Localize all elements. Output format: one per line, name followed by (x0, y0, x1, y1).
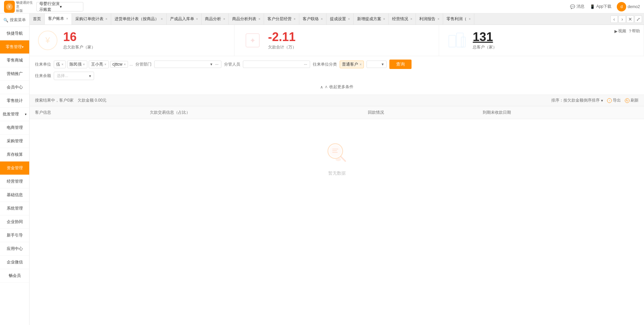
message-button[interactable]: 💬 消息 (570, 4, 585, 9)
person-filter-select[interactable]: ··· (243, 61, 310, 68)
tab-close-contact[interactable]: × (321, 17, 323, 21)
dept-filter-select[interactable]: ▾ ··· (154, 61, 221, 68)
app-label: App下载 (596, 4, 611, 9)
user-menu[interactable]: d demo2 (617, 2, 640, 11)
collapse-button[interactable]: ∧ ∧ 收起更多条件 (35, 83, 639, 91)
remove-tag-wu[interactable]: × (61, 63, 63, 66)
sidebar: 🔍 搜索菜单 快捷导航 零售管理 ▾ 零售商城 营销推广 会员中心 零售统计 批… (0, 13, 30, 325)
tab-close-ops[interactable]: × (410, 17, 412, 21)
tab-product-analysis-list[interactable]: 商品分析列表 × (229, 13, 264, 25)
tab-close-tiered[interactable]: × (294, 17, 296, 21)
svg-text:✦: ✦ (250, 36, 256, 45)
tab-close-inbound[interactable]: × (161, 17, 163, 21)
tab-close-boost[interactable]: × (348, 17, 350, 21)
search-menu-button[interactable]: 🔍 搜索菜单 (0, 13, 29, 27)
refresh-button[interactable]: ↻ 刷新 (625, 98, 639, 103)
tab-purchase-order-stats[interactable]: 采购订单统计表 × (72, 13, 111, 25)
tabs-scroll-left[interactable]: ‹ (610, 15, 618, 23)
tabs-close-all[interactable]: ✕ (627, 15, 634, 23)
sidebar-item-retail-mgmt[interactable]: 零售管理 ▾ (0, 40, 29, 54)
balance-filter-select[interactable]: 选择... ▾ (54, 72, 94, 80)
sidebar-item-quick-nav[interactable]: 快捷导航 (0, 27, 29, 40)
tab-new-boost[interactable]: 新增提成方案 × (354, 13, 389, 25)
sidebar-item-basic-info[interactable]: 基础信息 (0, 188, 29, 202)
tab-boost-settings[interactable]: 提成设置 × (327, 13, 354, 25)
sidebar-item-wholesale-mgmt[interactable]: 批发管理 ▾ (0, 108, 29, 121)
video-icon: ▶ (614, 29, 617, 34)
sidebar-item-ecommerce[interactable]: 电商管理 (0, 121, 29, 135)
tab-inbound-stats[interactable]: 进货单统计表（按商品） × (111, 13, 167, 25)
tab-close-analysis-list[interactable]: × (258, 17, 260, 21)
tab-retail-profit[interactable]: 零售利润（ × (443, 13, 474, 25)
help-button[interactable]: ? 帮助 (629, 28, 640, 34)
query-button[interactable]: 查询 (389, 60, 412, 69)
sidebar-item-capital[interactable]: 资金管理 (0, 161, 29, 175)
remove-tag-chen[interactable]: × (83, 63, 85, 66)
table-header: 客户信息 欠款交易信息（占比） 回款情况 到期未收款日期 (30, 106, 644, 119)
export-icon: ↑ (607, 98, 612, 103)
person-filter-label: 分管人员 (224, 62, 240, 67)
tab-close-purchase[interactable]: × (105, 17, 108, 21)
company-tag-chen[interactable]: 陈民强 × (67, 61, 87, 68)
category-filter-extra[interactable]: ▾ (367, 61, 387, 68)
category-filter-label: 往来单位分类 (313, 62, 337, 67)
tab-customer-tiered[interactable]: 客户分层经营 × (264, 13, 299, 25)
tab-customer-accounts[interactable]: 客户账本 × (45, 13, 72, 25)
tabs-expand[interactable]: ⤢ (635, 15, 642, 23)
company-filter-tags: 伍 × 陈民强 × 王小亮 × cjttcw × (54, 61, 133, 68)
tab-close-production[interactable]: × (196, 17, 198, 21)
sidebar-item-system[interactable]: 系统管理 (0, 202, 29, 215)
results-actions: ↑ 导出 ↻ 刷新 (607, 98, 639, 103)
tab-ops-situation[interactable]: 经营情况 × (389, 13, 416, 25)
filter-more-tags[interactable]: ... (129, 62, 133, 67)
tab-customer-contact[interactable]: 客户联络 × (299, 13, 327, 25)
sort-text: 排序：按欠款金额倒序排序 (551, 98, 600, 103)
sidebar-item-enterprise-wechat[interactable]: 企业微信 (0, 256, 29, 269)
message-label: 消息 (576, 4, 585, 9)
sidebar-item-retail-mall[interactable]: 零售商城 (0, 54, 29, 67)
remove-tag-normal[interactable]: × (359, 63, 361, 66)
sidebar-item-new-guide[interactable]: 新手引导 (0, 229, 29, 242)
sidebar-item-member-center[interactable]: 会员中心 (0, 81, 29, 94)
svg-rect-13 (332, 152, 338, 153)
sidebar-item-purchase[interactable]: 采购管理 (0, 135, 29, 148)
company-tag-wu[interactable]: 伍 × (54, 61, 66, 68)
tab-production-inbound[interactable]: 产成品入库单 × (167, 13, 202, 25)
tab-close-retail-profit[interactable]: × (469, 17, 471, 21)
tab-profit-report[interactable]: 利润报告 × (416, 13, 443, 25)
app-download-button[interactable]: 📱 App下载 (590, 4, 611, 9)
sidebar-item-operations[interactable]: 经营管理 (0, 175, 29, 188)
company-tag-cjttcw[interactable]: cjttcw × (110, 61, 128, 68)
tabs-scroll-right[interactable]: › (618, 15, 626, 23)
tab-close-customer-accounts[interactable]: × (66, 17, 68, 21)
chevron-icon: ▾ (22, 45, 24, 49)
sort-selector[interactable]: 排序：按欠款金额倒序排序 ▾ (551, 98, 603, 103)
sidebar-item-retail-stats[interactable]: 零售统计 (0, 94, 29, 108)
results-bar: 搜索结果中，客户0家 欠款金额 0.00元 排序：按欠款金额倒序排序 ▾ ↑ 导… (30, 95, 644, 106)
svg-rect-6 (449, 35, 456, 47)
category-tag-normal[interactable]: 普通客户 × (340, 61, 364, 68)
export-button[interactable]: ↑ 导出 (607, 98, 621, 103)
sidebar-item-pro-member[interactable]: 畅会员 (0, 269, 29, 283)
sidebar-item-inventory[interactable]: 库存核算 (0, 148, 29, 161)
svg-rect-7 (457, 33, 463, 47)
tab-close-profit[interactable]: × (437, 17, 439, 21)
sidebar-item-marketing[interactable]: 营销推广 (0, 67, 29, 81)
remove-tag-wang[interactable]: × (104, 63, 106, 66)
content-area: 首页 客户账本 × 采购订单统计表 × 进货单统计表（按商品） × 产成品入库单… (30, 13, 644, 325)
sidebar-item-enterprise-coop[interactable]: 企业协同 (0, 215, 29, 229)
tab-close-analysis[interactable]: × (223, 17, 225, 21)
company-tag-wang[interactable]: 王小亮 × (89, 61, 109, 68)
stat-card-debt: ✦ -2.11 欠款合计（万） (234, 25, 439, 56)
tab-home[interactable]: 首页 (30, 13, 45, 25)
stat-help-area: ▶ 视频 ? 帮助 (614, 28, 640, 34)
stats-section: ¥ 16 总欠款客户（家） ✦ (30, 25, 644, 56)
tab-product-analysis[interactable]: 商品分析 × (202, 13, 229, 25)
tab-close-new-boost[interactable]: × (383, 17, 385, 21)
stat-label-total: 总客户（家） (473, 44, 497, 50)
sidebar-item-app-center[interactable]: 应用中心 (0, 242, 29, 256)
store-selector[interactable]: 母婴行业演示账套 ▾ (36, 2, 83, 11)
app-icon: 📱 (590, 4, 595, 9)
video-help-button[interactable]: ▶ 视频 (614, 28, 626, 34)
remove-tag-cjttcw[interactable]: × (124, 63, 126, 66)
